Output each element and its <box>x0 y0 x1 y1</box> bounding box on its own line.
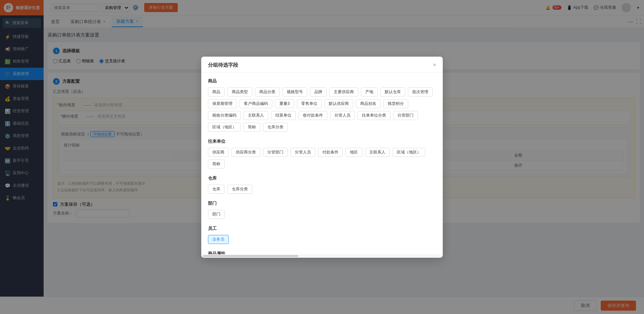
field-tag-product-20[interactable]: 分管人员 <box>330 111 355 120</box>
dialog-close-button[interactable]: × <box>433 62 436 68</box>
field-section-department: 部门 部门 <box>208 200 436 219</box>
field-tag-product-22[interactable]: 分管部门 <box>393 111 418 120</box>
field-tag-product-15[interactable]: 拣货积分 <box>383 99 408 108</box>
field-tag-product-3[interactable]: 规格型号 <box>282 87 307 97</box>
field-tag-product-4[interactable]: 品牌 <box>310 87 327 97</box>
dialog-header: 分组待选字段 × <box>201 57 443 73</box>
field-tag-partner-3[interactable]: 分管人员 <box>290 148 315 157</box>
field-tag-product-5[interactable]: 主要供应商 <box>329 87 358 97</box>
field-tag-emp-0[interactable]: 业务员 <box>208 235 229 244</box>
field-tag-partner-2[interactable]: 分管部门 <box>263 148 288 157</box>
field-tag-product-21[interactable]: 往来单位分类 <box>358 111 390 120</box>
field-tag-product-6[interactable]: 产地 <box>361 87 378 97</box>
field-section-product-attr-title: 商品属性 <box>208 251 436 254</box>
field-tag-product-0[interactable]: 商品 <box>208 87 225 97</box>
field-tag-product-9[interactable]: 保质期管理 <box>208 99 237 108</box>
hscroll-thumb <box>203 255 298 257</box>
field-tag-product-24[interactable]: 简称 <box>244 123 260 132</box>
field-section-employee-title: 员工 <box>208 226 436 232</box>
field-section-department-title: 部门 <box>208 200 436 206</box>
field-tag-product-23[interactable]: 区域（地区） <box>208 123 241 132</box>
field-tag-product-13[interactable]: 默认供应商 <box>324 99 353 108</box>
field-tag-partner-6[interactable]: 主联系人 <box>365 148 390 157</box>
modal-overlay: 分组待选字段 × 商品 商品 商品类型 商品分类 规格型号 品牌 主要供应商 产… <box>0 0 644 314</box>
field-section-product: 商品 商品 商品类型 商品分类 规格型号 品牌 主要供应商 产地 默认仓库 批次… <box>208 78 436 132</box>
field-tags-product: 商品 商品类型 商品分类 规格型号 品牌 主要供应商 产地 默认仓库 批次管理 … <box>208 87 436 132</box>
field-tag-product-16[interactable]: 税收分类编码 <box>208 111 241 120</box>
field-tag-product-18[interactable]: 结算单位 <box>271 111 296 120</box>
field-tag-product-10[interactable]: 客户商品编码 <box>239 99 272 108</box>
field-tag-product-1[interactable]: 商品类型 <box>227 87 252 97</box>
field-tag-partner-1[interactable]: 供应商分类 <box>231 148 260 157</box>
field-tags-employee: 业务员 <box>208 235 436 244</box>
field-tag-warehouse-1[interactable]: 仓库分类 <box>227 185 252 194</box>
field-tag-dept-0[interactable]: 部门 <box>208 210 225 219</box>
field-tag-partner-7[interactable]: 区域（地区） <box>392 148 425 157</box>
hscroll-track <box>203 255 441 257</box>
field-section-partner-title: 往来单位 <box>208 138 436 144</box>
field-tag-product-12[interactable]: 零售单位 <box>297 99 322 108</box>
dialog-title: 分组待选字段 <box>208 62 238 68</box>
field-tags-department: 部门 <box>208 210 436 219</box>
field-tags-warehouse: 仓库 仓库分类 <box>208 185 436 194</box>
field-section-warehouse: 仓库 仓库 仓库分类 <box>208 175 436 194</box>
field-tag-product-7[interactable]: 默认仓库 <box>380 87 405 97</box>
field-tag-product-25[interactable]: 仓库分类 <box>263 123 288 132</box>
field-selection-dialog: 分组待选字段 × 商品 商品 商品类型 商品分类 规格型号 品牌 主要供应商 产… <box>201 57 443 258</box>
field-tag-product-17[interactable]: 主联系人 <box>244 111 268 120</box>
field-tag-partner-8[interactable]: 简称 <box>208 160 225 169</box>
field-tags-partner: 供应商 供应商分类 分管部门 分管人员 付款条件 地区 主联系人 区域（地区） … <box>208 148 436 169</box>
field-tag-partner-4[interactable]: 付款条件 <box>318 148 343 157</box>
field-tag-partner-5[interactable]: 地区 <box>345 148 362 157</box>
field-section-employee: 员工 业务员 <box>208 226 436 244</box>
field-tag-warehouse-0[interactable]: 仓库 <box>208 185 225 194</box>
field-tag-product-8[interactable]: 批次管理 <box>408 87 433 97</box>
field-section-partner: 往来单位 供应商 供应商分类 分管部门 分管人员 付款条件 地区 主联系人 区域… <box>208 138 436 169</box>
field-tag-partner-0[interactable]: 供应商 <box>208 148 229 157</box>
field-section-warehouse-title: 仓库 <box>208 175 436 181</box>
field-section-product-attr: 商品属性 属性 颜色 多规格 尺码 鞋码 1 <box>208 251 436 254</box>
dialog-body[interactable]: 商品 商品 商品类型 商品分类 规格型号 品牌 主要供应商 产地 默认仓库 批次… <box>201 73 443 254</box>
field-tag-product-19[interactable]: 收付款条件 <box>299 111 327 120</box>
dialog-hscroll[interactable] <box>201 254 443 258</box>
field-tag-product-14[interactable]: 商品别名 <box>356 99 381 108</box>
field-tag-product-11[interactable]: 重量3 <box>275 99 294 108</box>
field-section-product-title: 商品 <box>208 78 436 84</box>
field-tag-product-2[interactable]: 商品分类 <box>255 87 280 97</box>
